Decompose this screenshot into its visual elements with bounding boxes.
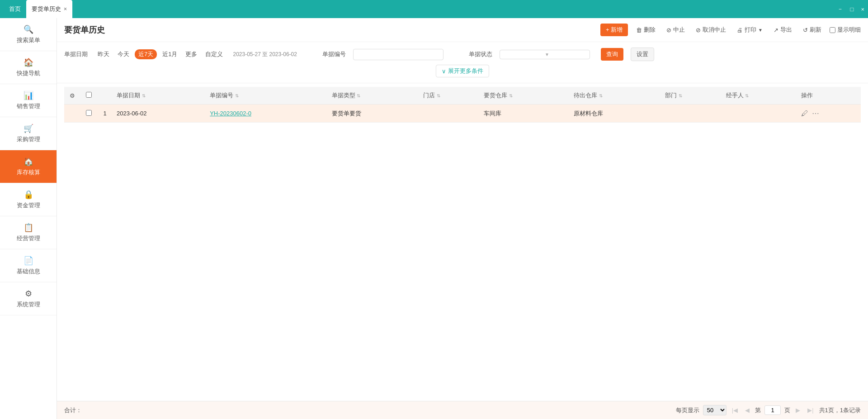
sort-pending-warehouse-icon: ⇅ (599, 93, 603, 98)
sidebar-item-quick-nav[interactable]: 🏠 快捷导航 (0, 51, 57, 84)
inventory-icon: 🏠 (24, 157, 33, 167)
sidebar: 🔍 搜索菜单 🏠 快捷导航 📊 销售管理 🛒 采购管理 🏠 库存核算 🔒 资金管… (0, 18, 57, 419)
status-select[interactable]: ▼ (500, 50, 590, 59)
new-button-label: + 新增 (606, 26, 623, 34)
sidebar-item-basic-info-label: 基础信息 (17, 267, 40, 276)
print-button[interactable]: 🖨 打印 ▼ (734, 24, 765, 36)
sidebar-item-operations[interactable]: 📋 经营管理 (0, 216, 57, 249)
operations-icon: 📋 (24, 223, 33, 233)
window-close-btn[interactable]: × (861, 6, 864, 13)
tab-home[interactable]: 首页 (4, 0, 26, 18)
td-pending-warehouse: 原材料仓库 (570, 105, 661, 123)
doc-no-input[interactable] (353, 49, 443, 60)
window-maximize-btn[interactable]: □ (850, 6, 854, 13)
export-button[interactable]: ↗ 导出 (771, 24, 795, 36)
tab-close-icon[interactable]: × (64, 6, 67, 12)
next-page-btn[interactable]: ▶ (794, 406, 802, 414)
show-detail-input[interactable] (830, 27, 835, 33)
first-page-btn[interactable]: |◀ (730, 406, 740, 414)
stop-button-label: 中止 (673, 26, 685, 34)
row-num: 1 (103, 110, 106, 117)
date-range-text: 2023-05-27 至 2023-06-02 (233, 51, 297, 58)
sidebar-item-sales[interactable]: 📊 销售管理 (0, 84, 57, 117)
last-page-btn[interactable]: ▶| (806, 406, 815, 414)
th-doc-date[interactable]: 单据日期 ⇅ (113, 87, 206, 105)
th-doc-no-label: 单据编号 (210, 92, 233, 99)
status-filter-label: 单据状态 (469, 50, 492, 58)
date-opt-custom[interactable]: 自定义 (203, 49, 226, 59)
sidebar-item-finance[interactable]: 🔒 资金管理 (0, 183, 57, 216)
delete-button[interactable]: 🗑 删除 (633, 24, 658, 36)
query-button-label: 查询 (606, 50, 618, 58)
td-action: 🖊 ⋯ (797, 105, 861, 123)
print-chevron-icon: ▼ (758, 28, 763, 33)
query-button[interactable]: 查询 (601, 48, 623, 61)
date-opt-yesterday[interactable]: 昨天 (95, 49, 112, 59)
date-opt-more[interactable]: 更多 (183, 49, 200, 59)
row-checkbox[interactable] (86, 110, 92, 116)
td-checkbox (80, 105, 97, 123)
refresh-icon: ↺ (803, 27, 808, 33)
total-label: 合计： (64, 406, 82, 414)
th-settings[interactable]: ⚙ (64, 87, 80, 105)
window-minimize-btn[interactable]: － (837, 5, 843, 13)
export-button-label: 导出 (780, 26, 792, 34)
row-doc-date: 2023-06-02 (117, 110, 147, 117)
print-button-label: 打印 (745, 26, 756, 34)
sidebar-item-inventory[interactable]: 🏠 库存核算 (0, 150, 57, 183)
td-store (420, 105, 480, 123)
sidebar-item-search[interactable]: 🔍 搜索菜单 (0, 18, 57, 51)
search-menu-icon: 🔍 (24, 24, 33, 34)
per-page-select[interactable]: 10 20 50 100 (703, 405, 726, 415)
th-doc-no[interactable]: 单据编号 ⇅ (206, 87, 328, 105)
sidebar-item-system[interactable]: ⚙ 系统管理 (0, 282, 57, 315)
new-button[interactable]: + 新增 (600, 24, 628, 36)
table-area: ⚙ 单据日期 ⇅ 单据编号 ⇅ (57, 83, 868, 401)
per-page-label: 每页显示 (676, 406, 699, 414)
th-store[interactable]: 门店 ⇅ (420, 87, 480, 105)
filter-row-1: 单据日期 昨天 今天 近7天 近1月 更多 自定义 2023-05-27 至 2… (64, 48, 861, 61)
sidebar-item-system-label: 系统管理 (17, 300, 40, 309)
th-pending-warehouse-label: 待出仓库 (574, 92, 597, 99)
expand-row: ∨ 展开更多条件 (64, 65, 861, 77)
page-suffix: 页 (784, 406, 790, 414)
th-handler[interactable]: 经手人 ⇅ (722, 87, 798, 105)
settings-filter-button[interactable]: 设置 (631, 48, 654, 61)
date-options: 昨天 今天 近7天 近1月 更多 自定义 (95, 49, 226, 59)
date-opt-1month[interactable]: 近1月 (160, 49, 180, 59)
th-pending-warehouse[interactable]: 待出仓库 ⇅ (570, 87, 661, 105)
sidebar-item-basic-info[interactable]: 📄 基础信息 (0, 249, 57, 282)
row-edit-btn[interactable]: 🖊 (801, 110, 808, 118)
row-doc-no-link[interactable]: YH-20230602-0 (210, 110, 251, 117)
tab-yaohuodan[interactable]: 要货单历史 × (26, 0, 72, 18)
date-opt-7days[interactable]: 近7天 (135, 49, 157, 59)
cancel-stop-button[interactable]: ⊘ 取消中止 (693, 24, 729, 36)
table-settings-icon[interactable]: ⚙ (70, 92, 75, 99)
row-more-btn[interactable]: ⋯ (812, 109, 819, 118)
date-opt-today[interactable]: 今天 (115, 49, 132, 59)
select-all-checkbox[interactable] (86, 92, 92, 98)
th-req-warehouse[interactable]: 要货仓库 ⇅ (480, 87, 570, 105)
top-bar-right: － □ × (837, 5, 864, 13)
sidebar-item-purchase[interactable]: 🛒 采购管理 (0, 117, 57, 150)
stop-button[interactable]: ⊘ 中止 (664, 24, 688, 36)
settings-filter-label: 设置 (637, 50, 648, 58)
th-doc-type[interactable]: 单据类型 ⇅ (328, 87, 420, 105)
table-row: 1 2023-06-02 YH-20230602-0 要货单要货 (64, 105, 861, 123)
row-req-warehouse: 车间库 (484, 110, 501, 117)
show-detail-checkbox[interactable]: 显示明细 (830, 26, 861, 34)
prev-page-btn[interactable]: ◀ (743, 406, 751, 414)
row-pending-warehouse: 原材料仓库 (574, 110, 603, 117)
expand-more-btn[interactable]: ∨ 展开更多条件 (436, 65, 489, 77)
tab-home-label: 首页 (9, 5, 21, 13)
cancel-stop-icon: ⊘ (696, 27, 701, 33)
page-input[interactable] (764, 405, 781, 415)
th-num (97, 87, 113, 105)
finance-icon: 🔒 (24, 190, 33, 200)
th-req-warehouse-label: 要货仓库 (484, 92, 507, 99)
th-store-label: 门店 (423, 92, 435, 99)
refresh-button[interactable]: ↺ 刷新 (800, 24, 824, 36)
sidebar-item-search-label: 搜索菜单 (17, 36, 40, 44)
toolbar: + 新增 🗑 删除 ⊘ 中止 ⊘ 取消中止 🖨 打印 ▼ (600, 24, 861, 36)
th-department[interactable]: 部门 ⇅ (661, 87, 722, 105)
